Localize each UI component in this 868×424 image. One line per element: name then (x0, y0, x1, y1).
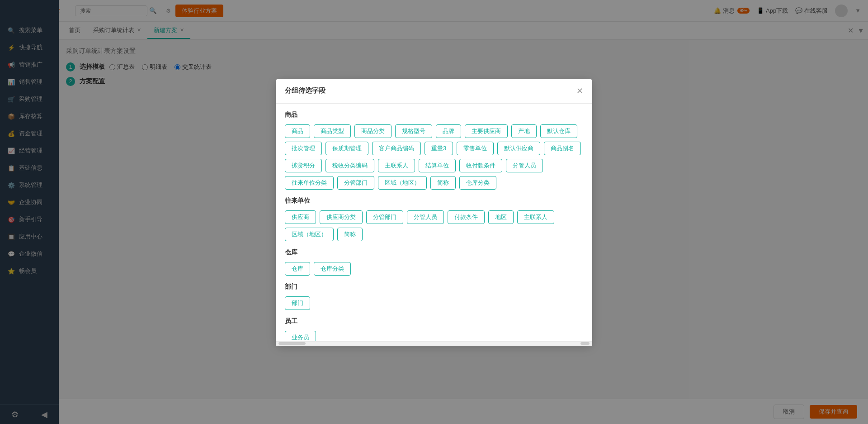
hscroll-right (580, 342, 590, 345)
tag-default-supplier[interactable]: 默认供应商 (497, 142, 540, 155)
tag-warehouse-category[interactable]: 仓库分类 (459, 176, 496, 190)
tags-dept: 部门 (285, 296, 583, 310)
tag-batch-mgmt[interactable]: 批次管理 (285, 142, 322, 155)
section-title-warehouse: 仓库 (285, 248, 583, 257)
tag-short-name[interactable]: 简称 (430, 176, 456, 190)
tag-pick-points[interactable]: 拣货积分 (285, 159, 322, 172)
tag-settlement-unit[interactable]: 结算单位 (419, 159, 456, 172)
tag-abbr[interactable]: 简称 (337, 228, 363, 241)
dialog: 分组待选字段 ✕ 商品 商品 商品类型 商品分类 规格型号 品牌 主要供应商 产… (276, 79, 592, 346)
tag-counterpart-category[interactable]: 往来单位分类 (285, 176, 334, 190)
tag-payment-terms[interactable]: 收付款条件 (459, 159, 502, 172)
tag-mgmt-dept[interactable]: 分管部门 (366, 210, 403, 224)
tag-manager[interactable]: 分管人员 (506, 159, 543, 172)
tag-supplier-category[interactable]: 供应商分类 (320, 210, 363, 224)
tags-goods: 商品 商品类型 商品分类 规格型号 品牌 主要供应商 产地 默认仓库 批次管理 … (285, 124, 583, 190)
tag-supplier[interactable]: 供应商 (285, 210, 316, 224)
tag-customer-code[interactable]: 客户商品编码 (372, 142, 421, 155)
dialog-title: 分组待选字段 (285, 86, 326, 95)
tag-main-supplier[interactable]: 主要供应商 (465, 124, 508, 138)
tag-spec-model[interactable]: 规格型号 (395, 124, 432, 138)
tag-department[interactable]: 部门 (285, 296, 310, 310)
tag-default-warehouse[interactable]: 默认仓库 (540, 124, 577, 138)
tag-weight3[interactable]: 重量3 (425, 142, 453, 155)
tag-goods-alias[interactable]: 商品别名 (544, 142, 581, 155)
section-title-dept: 部门 (285, 283, 583, 291)
section-title-goods: 商品 (285, 111, 583, 119)
tag-main-contact[interactable]: 主联系人 (378, 159, 415, 172)
tag-salesperson[interactable]: 业务员 (285, 331, 316, 341)
hscroll-thumb (278, 342, 306, 345)
tag-shelf-life[interactable]: 保质期管理 (326, 142, 368, 155)
section-title-counterpart: 往来单位 (285, 197, 583, 205)
tag-origin[interactable]: 产地 (511, 124, 537, 138)
dialog-body: 商品 商品 商品类型 商品分类 规格型号 品牌 主要供应商 产地 默认仓库 批次… (276, 104, 592, 341)
tag-goods-type[interactable]: 商品类型 (314, 124, 351, 138)
tag-tax-code[interactable]: 税收分类编码 (326, 159, 374, 172)
dialog-header: 分组待选字段 ✕ (276, 79, 592, 104)
tag-goods-category[interactable]: 商品分类 (354, 124, 392, 138)
dialog-hscroll[interactable] (276, 341, 592, 346)
tag-area[interactable]: 地区 (488, 210, 514, 224)
dialog-close-button[interactable]: ✕ (576, 86, 583, 96)
tag-region-district[interactable]: 区域（地区） (378, 176, 427, 190)
tags-warehouse: 仓库 仓库分类 (285, 262, 583, 276)
tag-mgmt-staff[interactable]: 分管人员 (407, 210, 444, 224)
tag-warehouse[interactable]: 仓库 (285, 262, 310, 276)
tag-retail-unit[interactable]: 零售单位 (457, 142, 494, 155)
section-title-staff: 员工 (285, 317, 583, 325)
tag-pay-terms[interactable]: 付款条件 (448, 210, 485, 224)
tag-dept-mgmt[interactable]: 分管部门 (337, 176, 374, 190)
tags-staff: 业务员 (285, 331, 583, 341)
tags-counterpart: 供应商 供应商分类 分管部门 分管人员 付款条件 地区 主联系人 区域（地区） … (285, 210, 583, 241)
tag-brand[interactable]: 品牌 (436, 124, 461, 138)
tag-warehouse-cat[interactable]: 仓库分类 (314, 262, 351, 276)
tag-region2[interactable]: 区域（地区） (285, 228, 334, 241)
tag-goods[interactable]: 商品 (285, 124, 310, 138)
tag-main-contact2[interactable]: 主联系人 (517, 210, 554, 224)
